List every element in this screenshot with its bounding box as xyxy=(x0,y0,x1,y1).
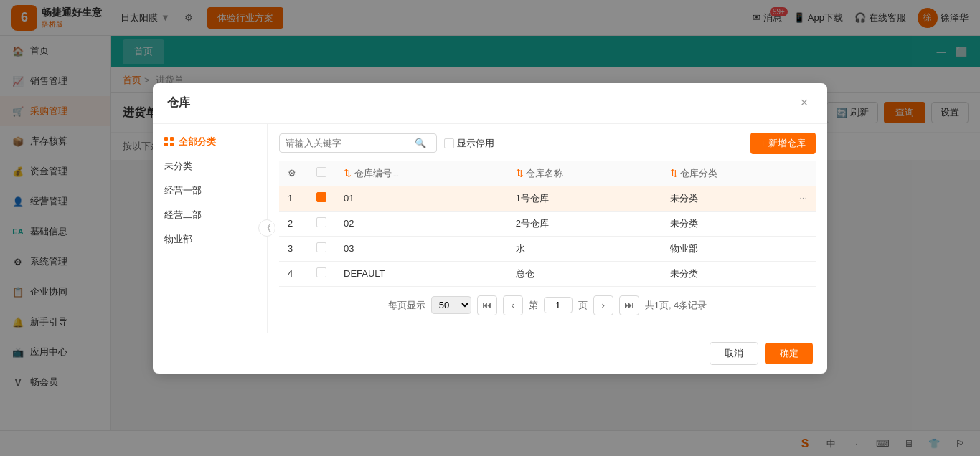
show-disabled-label[interactable]: 显示停用 xyxy=(444,137,494,150)
cancel-button[interactable]: 取消 xyxy=(710,342,758,365)
row-checkbox[interactable] xyxy=(308,236,335,261)
last-page-button[interactable]: ⏭ xyxy=(619,295,639,315)
category-all-label: 全部分类 xyxy=(179,136,216,148)
row-category: 未分类 ··· xyxy=(661,186,816,211)
row-checkbox[interactable] xyxy=(308,261,335,286)
row-name: 2号仓库 xyxy=(507,211,661,236)
table-row[interactable]: 3 03 水 物业部 xyxy=(279,236,816,261)
modal-body: 全部分类 未分类 经营一部 经营二部 物业部 《 🔍 显 xyxy=(153,124,827,333)
per-page-label: 每页显示 xyxy=(388,299,425,312)
confirm-button[interactable]: 确定 xyxy=(765,343,813,364)
th-name: ⇅ 仓库名称 xyxy=(507,161,661,186)
category-item-dept2[interactable]: 经营二部 xyxy=(153,203,267,227)
table-row[interactable]: 1 01 1号仓库 未分类 ··· xyxy=(279,186,816,211)
row-code: DEFAULT xyxy=(335,261,507,286)
grid-icon xyxy=(164,137,174,147)
warehouse-modal: 仓库 × 全部分类 未分类 经营一部 经营二部 物业部 《 xyxy=(153,83,827,374)
select-all-checkbox[interactable] xyxy=(316,167,326,177)
category-all[interactable]: 全部分类 xyxy=(153,130,267,154)
search-icon[interactable]: 🔍 xyxy=(415,138,426,148)
row-name: 1号仓库 xyxy=(507,186,661,211)
page-number-input[interactable] xyxy=(544,297,573,313)
pagination: 每页显示 50 100 200 ⏮ ‹ 第 页 › ⏭ 共1页, 4条记录 xyxy=(279,287,816,324)
search-input[interactable] xyxy=(286,134,415,152)
sort-icon: ⇅ xyxy=(344,168,352,179)
next-page-button[interactable]: › xyxy=(593,295,613,315)
table-toolbar: 🔍 显示停用 + 新增仓库 xyxy=(279,133,816,154)
table-area: 🔍 显示停用 + 新增仓库 ⚙ xyxy=(268,124,827,333)
add-warehouse-button[interactable]: + 新增仓库 xyxy=(750,133,816,154)
search-wrap: 🔍 xyxy=(279,133,437,153)
total-info: 共1页, 4条记录 xyxy=(645,299,707,312)
row-category: 物业部 xyxy=(661,236,816,261)
collapse-category-button[interactable]: 《 xyxy=(258,219,275,237)
warehouse-table: ⚙ ⇅ 仓库编号... ⇅ xyxy=(279,161,816,287)
category-sidebar: 全部分类 未分类 经营一部 经营二部 物业部 《 xyxy=(153,124,268,333)
row-name: 水 xyxy=(507,236,661,261)
category-item-dept1[interactable]: 经营一部 xyxy=(153,179,267,203)
modal-overlay[interactable]: 仓库 × 全部分类 未分类 经营一部 经营二部 物业部 《 xyxy=(0,0,980,456)
row-category: 未分类 xyxy=(661,211,816,236)
page-unit: 页 xyxy=(578,299,588,312)
modal-footer: 取消 确定 xyxy=(153,333,827,374)
modal-close-button[interactable]: × xyxy=(796,95,813,112)
th-gear: ⚙ xyxy=(279,161,308,186)
sort-icon-3: ⇅ xyxy=(670,168,678,179)
row-index: 1 xyxy=(279,186,308,211)
th-code: ⇅ 仓库编号... xyxy=(335,161,507,186)
modal-header: 仓库 × xyxy=(153,83,827,124)
table-row[interactable]: 2 02 2号仓库 未分类 xyxy=(279,211,816,236)
show-disabled-checkbox[interactable] xyxy=(444,138,454,148)
row-code: 01 xyxy=(335,186,507,211)
category-item-unclassified[interactable]: 未分类 xyxy=(153,154,267,179)
page-size-select[interactable]: 50 100 200 xyxy=(431,296,471,314)
row-code: 03 xyxy=(335,236,507,261)
table-scroll: ⚙ ⇅ 仓库编号... ⇅ xyxy=(279,161,816,287)
first-page-button[interactable]: ⏮ xyxy=(477,295,497,315)
modal-title: 仓库 xyxy=(167,95,190,110)
gear-col-icon[interactable]: ⚙ xyxy=(288,168,296,179)
row-checkbox[interactable] xyxy=(308,211,335,236)
table-row[interactable]: 4 DEFAULT 总仓 未分类 xyxy=(279,261,816,286)
row-index: 4 xyxy=(279,261,308,286)
row-name: 总仓 xyxy=(507,261,661,286)
row-index: 3 xyxy=(279,236,308,261)
row-category: 未分类 xyxy=(661,261,816,286)
row-index: 2 xyxy=(279,211,308,236)
sort-icon-2: ⇅ xyxy=(516,168,524,179)
page-label: 第 xyxy=(529,299,538,312)
row-code: 02 xyxy=(335,211,507,236)
row-action-dots[interactable]: ··· xyxy=(799,192,807,203)
row-checkbox[interactable] xyxy=(308,186,335,211)
th-checkbox xyxy=(308,161,335,186)
category-item-property[interactable]: 物业部 xyxy=(153,227,267,252)
prev-page-button[interactable]: ‹ xyxy=(503,295,523,315)
th-category: ⇅ 仓库分类 xyxy=(661,161,816,186)
